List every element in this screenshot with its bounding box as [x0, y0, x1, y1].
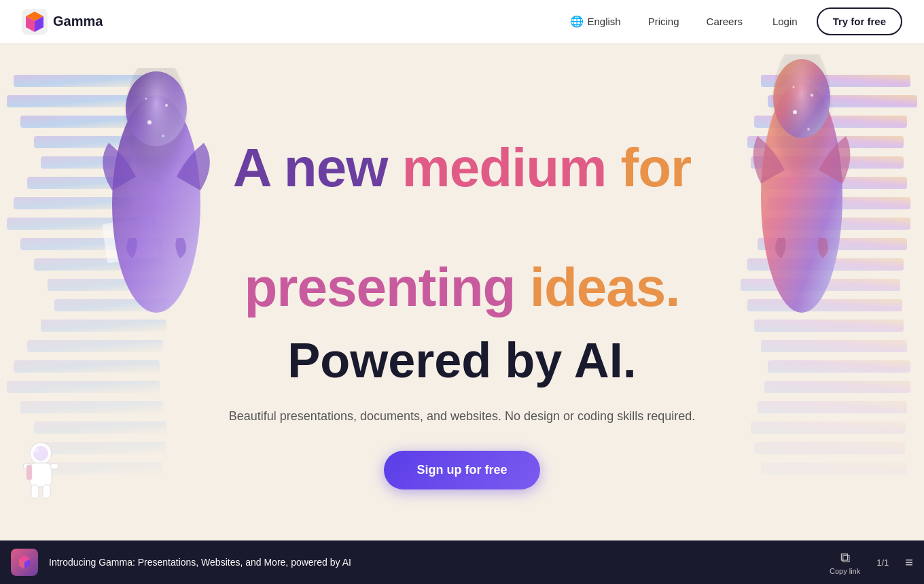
navbar-right: 🌐 English Pricing Careers Login Try for …	[559, 7, 903, 35]
careers-link[interactable]: Careers	[696, 10, 753, 33]
svg-point-57	[811, 94, 813, 97]
bottom-bar-logo	[11, 549, 38, 576]
pricing-label: Pricing	[648, 16, 679, 27]
try-free-label: Try for free	[833, 16, 886, 27]
bottom-bar-title: Introducing Gamma: Presentations, Websit…	[49, 557, 819, 568]
login-button[interactable]: Login	[759, 10, 811, 33]
svg-rect-20	[34, 422, 166, 434]
svg-rect-50	[751, 422, 906, 434]
svg-rect-66	[43, 485, 50, 498]
careers-label: Careers	[707, 16, 743, 27]
svg-rect-16	[27, 340, 163, 352]
hero-description: Beautiful presentations, documents, and …	[229, 407, 695, 426]
navbar: Gamma 🌐 English Pricing Careers Login Tr…	[0, 0, 924, 44]
gamma-logo-icon	[22, 9, 48, 35]
svg-rect-62	[30, 463, 52, 487]
svg-rect-17	[14, 360, 160, 373]
svg-rect-64	[50, 464, 58, 469]
title-word-a: A	[233, 137, 284, 198]
bottom-bar: Introducing Gamma: Presentations, Websit…	[0, 540, 924, 584]
svg-rect-47	[768, 360, 910, 373]
hero-section: A new medium for presenting ideas. Power…	[0, 0, 924, 584]
svg-point-58	[793, 86, 795, 88]
page-indicator: 1/1	[876, 557, 889, 568]
logo-text: Gamma	[53, 14, 103, 29]
try-free-button[interactable]: Try for free	[817, 7, 902, 35]
svg-point-68	[33, 447, 39, 453]
svg-rect-52	[761, 462, 907, 475]
signup-button[interactable]: Sign up for free	[384, 451, 539, 489]
language-label: English	[588, 16, 621, 27]
svg-point-59	[807, 128, 810, 131]
svg-point-31	[145, 98, 147, 100]
svg-point-30	[165, 104, 168, 107]
hero-subtitle: Powered by AI.	[229, 334, 695, 388]
svg-rect-49	[758, 401, 907, 413]
svg-rect-48	[764, 381, 910, 393]
svg-point-32	[162, 135, 164, 137]
language-selector[interactable]: 🌐 English	[559, 10, 632, 33]
creature-left	[95, 68, 217, 340]
signup-label: Sign up for free	[416, 463, 507, 477]
login-label: Login	[772, 16, 798, 27]
svg-rect-51	[754, 442, 905, 454]
title-word-medium: medium	[402, 137, 621, 198]
svg-rect-65	[31, 485, 39, 498]
title-word-for: for	[621, 137, 692, 198]
copy-link-button[interactable]: ⧉ Copy link	[830, 550, 860, 575]
title-word-new: new	[284, 137, 402, 198]
svg-rect-46	[761, 340, 907, 352]
astronaut-figure	[20, 441, 61, 502]
title-word-presenting: presenting	[245, 257, 530, 317]
creature-right	[747, 54, 856, 340]
hero-content: A new medium for presenting ideas. Power…	[215, 138, 709, 489]
menu-icon: ≡	[905, 555, 913, 570]
pricing-link[interactable]: Pricing	[637, 10, 690, 33]
svg-rect-19	[20, 401, 163, 413]
copy-icon: ⧉	[840, 550, 850, 566]
svg-point-29	[147, 120, 152, 124]
svg-rect-67	[26, 465, 32, 480]
copy-link-label: Copy link	[830, 567, 860, 575]
menu-button[interactable]: ≡	[905, 555, 913, 570]
hero-title: A new medium for presenting ideas.	[229, 138, 695, 317]
bottom-bar-actions: ⧉ Copy link 1/1 ≡	[830, 550, 913, 575]
globe-icon: 🌐	[570, 15, 584, 28]
logo[interactable]: Gamma	[22, 9, 103, 35]
title-word-ideas: ideas.	[530, 257, 680, 317]
svg-point-56	[793, 110, 797, 114]
svg-rect-18	[7, 381, 160, 393]
